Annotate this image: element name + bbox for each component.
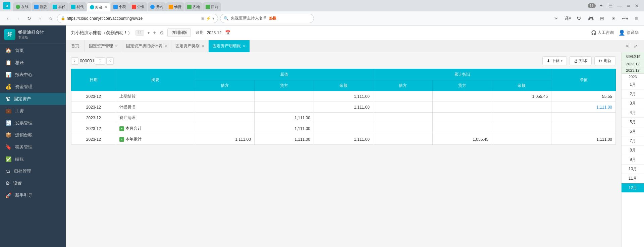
window-minimize-button[interactable]: —: [616, 2, 623, 9]
switch-version-button[interactable]: 切到旧版: [167, 28, 191, 37]
row5-dep-credit: 1,055.45: [433, 134, 492, 145]
brightness-icon[interactable]: ☀: [609, 14, 618, 23]
page-tab-fa-category[interactable]: 固定资产类别 ✕: [171, 40, 209, 52]
download-label: 下载: [551, 58, 559, 64]
home-nav-label: 首页: [15, 48, 24, 54]
sidebar-item-invoice[interactable]: 🧾 发票管理: [0, 117, 66, 129]
user-avatar[interactable]: 👤 徐译华: [619, 29, 639, 36]
tab-expand-button[interactable]: ⤢: [632, 43, 639, 50]
next-page-button[interactable]: ›: [106, 57, 114, 65]
grid-icon[interactable]: ⊞: [598, 14, 606, 23]
sidebar-item-fund[interactable]: 💰 资金管理: [0, 81, 66, 93]
sidebar: 好 畅捷通好会计 专业版 🏠 首页 📋 总账 📊 报表中心: [0, 25, 66, 247]
sidebar-item-general-ledger[interactable]: 📋 总账: [0, 57, 66, 69]
general-ledger-icon: 📋: [5, 60, 12, 66]
tab-label-gedi: 各地: [193, 4, 200, 9]
service-button[interactable]: 🎧 人工咨询: [591, 30, 614, 36]
tab-close-all-button[interactable]: ✕: [624, 43, 631, 50]
address-input-container[interactable]: 🔒 https://cloud.chanjet.com/accounting/u…: [57, 14, 218, 23]
header-settings-icon[interactable]: ⚙: [160, 30, 164, 36]
add-company-button[interactable]: +: [153, 30, 156, 36]
reports-label: 报表中心: [15, 72, 33, 78]
window-close-button[interactable]: ✕: [633, 2, 641, 9]
page-tab-fa-depreciation[interactable]: 固定资产折旧统计表 ✕: [122, 40, 171, 52]
row2-date: 2023-12: [71, 102, 116, 113]
tab-settings-icon[interactable]: ☰: [606, 2, 614, 10]
page-tab-fa-mgmt-label: 固定资产管理: [89, 43, 113, 49]
period-month-2[interactable]: 2月: [622, 89, 644, 99]
summary-icon-monthly: +: [119, 126, 124, 131]
download-button[interactable]: ⬇ 下载 ▾: [542, 56, 567, 65]
period-month-12[interactable]: 12月: [622, 183, 644, 193]
period-month-8[interactable]: 8月: [622, 146, 644, 155]
lightning-icon[interactable]: 🛡: [575, 14, 584, 23]
sidebar-item-close-period[interactable]: ✅ 结账: [0, 153, 66, 165]
period-month-10[interactable]: 10月: [622, 165, 644, 174]
undo-icon[interactable]: ↩▾: [621, 14, 629, 23]
home-button[interactable]: ⌂: [36, 14, 44, 23]
sidebar-item-salary[interactable]: 💼 工资: [0, 105, 66, 117]
forward-button[interactable]: ›: [14, 14, 23, 23]
period-month-1[interactable]: 1月: [622, 80, 644, 89]
bookmark-button[interactable]: ☆: [46, 14, 55, 23]
print-button[interactable]: 🖨 打印: [570, 56, 592, 65]
scissors-icon[interactable]: ✂: [552, 14, 561, 23]
browser-tab-haohui[interactable]: 好会 ✕: [87, 2, 110, 11]
fund-label: 资金管理: [15, 84, 33, 90]
row3-date: 2023-12: [71, 113, 116, 123]
browser-tab-online[interactable]: 在线: [13, 2, 31, 11]
browser-tab-gedi[interactable]: 各地: [184, 2, 203, 11]
row1-orig-debit: [195, 91, 254, 102]
browser-tab-qiye[interactable]: 企业: [129, 2, 147, 11]
period-month-6[interactable]: 6月: [622, 127, 644, 136]
page-tab-fa-cat-close[interactable]: ✕: [202, 44, 204, 48]
period-month-11[interactable]: 11月: [622, 174, 644, 183]
sidebar-item-reports[interactable]: 📊 报表中心: [0, 69, 66, 81]
page-tab-fa-mgmt[interactable]: 固定资产管理 ✕: [85, 40, 122, 52]
reload-button[interactable]: ↻: [25, 14, 34, 23]
new-tab-button[interactable]: +: [597, 2, 605, 10]
browser-tab-tengxun[interactable]: 腾讯: [148, 2, 166, 11]
period-month-4[interactable]: 4月: [622, 108, 644, 118]
sidebar-item-home[interactable]: 🏠 首页: [0, 45, 66, 57]
sidebar-item-purchase-sales[interactable]: 📦 进销台账: [0, 129, 66, 141]
period-month-9[interactable]: 9月: [622, 155, 644, 165]
browser-tab-yidai1[interactable]: 易代: [50, 2, 68, 11]
window-maximize-button[interactable]: ▭: [625, 2, 632, 9]
tab-label-new: 新版: [40, 4, 47, 9]
page-index-input[interactable]: [95, 57, 105, 65]
browser-tab-new[interactable]: 新版: [32, 2, 50, 11]
page-tab-home[interactable]: 首页: [66, 40, 85, 52]
sidebar-item-archive[interactable]: 🗂 归档管理: [0, 165, 66, 177]
period-month-3[interactable]: 3月: [622, 99, 644, 108]
period-calendar-icon[interactable]: 📅: [225, 30, 230, 35]
page-tab-fa-detail-close[interactable]: ✕: [243, 44, 246, 48]
tab-close-haohui[interactable]: ✕: [105, 5, 107, 9]
sidebar-item-tax[interactable]: 🔖 税务管理: [0, 141, 66, 153]
salary-label: 工资: [15, 108, 24, 114]
page-tab-fa-detail[interactable]: 固定资产明细账 ✕: [209, 40, 250, 52]
header-dropdown-icon[interactable]: ▾: [148, 30, 150, 35]
sidebar-item-settings[interactable]: ⚙ 设置: [0, 177, 66, 189]
sidebar-item-fixed-assets[interactable]: 🏗 固定资产: [0, 93, 66, 105]
browser-tab-muqian[interactable]: 目前: [203, 2, 221, 11]
sidebar-item-guide[interactable]: 🚀 新手引导: [0, 189, 66, 201]
table-row-summary: 2023-12 + 本月合计 1,111.00: [71, 123, 616, 134]
menu-icon[interactable]: ≡: [632, 14, 641, 23]
period-month-7[interactable]: 7月: [622, 136, 644, 146]
prev-page-button[interactable]: ‹: [71, 57, 78, 65]
page-tab-fa-dep-close[interactable]: ✕: [164, 44, 167, 48]
browser-tab-yidai2[interactable]: 易代: [68, 2, 87, 11]
game-icon[interactable]: 🎮: [586, 14, 595, 23]
period-month-5[interactable]: 5月: [622, 118, 644, 127]
browser-tab-geshui[interactable]: 个税: [111, 2, 129, 11]
row5-date: 2023-12: [71, 134, 116, 145]
page-number-display: 000001: [80, 57, 105, 65]
translate-icon[interactable]: 译▾: [564, 14, 572, 23]
browser-tab-changjie[interactable]: 畅捷: [166, 2, 184, 11]
search-bar[interactable]: 🔍 央视更新主持人名单 热搜: [220, 14, 314, 23]
address-dropdown-icon[interactable]: ▾: [212, 16, 214, 21]
page-tab-fa-mgmt-close[interactable]: ✕: [115, 44, 118, 48]
refresh-button[interactable]: ↻ 刷新: [594, 56, 616, 65]
back-button[interactable]: ‹: [3, 14, 12, 23]
